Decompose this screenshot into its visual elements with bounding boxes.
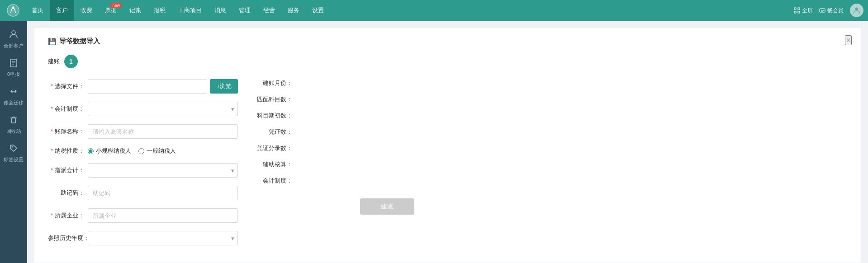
radio-small-taxpayer-input[interactable] [88, 148, 94, 154]
voucher-count-label: 凭证数： [251, 128, 292, 136]
nav-item-fees[interactable]: 收费 [74, 0, 99, 21]
svg-point-8 [12, 31, 15, 34]
nav-item-messages[interactable]: 消息 [208, 0, 232, 21]
accounting-system-label: 会计制度： [48, 105, 84, 113]
tax-type-radio-group: 小规模纳税人 一般纳税人 [88, 147, 238, 155]
browse-button[interactable]: +浏览 [210, 79, 238, 94]
enterprise-row: 所属企业： [48, 208, 238, 223]
step-label: 建账 [48, 57, 60, 66]
period-initial-label: 科目期初数： [251, 112, 292, 120]
svg-point-0 [7, 5, 19, 16]
account-name-input[interactable] [88, 124, 238, 139]
nav-item-bills[interactable]: 票据 new [99, 0, 123, 21]
sidebar-item-all-clients[interactable]: 全部客户 [0, 25, 27, 54]
radio-general-taxpayer-input[interactable] [138, 148, 144, 154]
svg-rect-5 [798, 11, 800, 13]
historical-year-select[interactable] [88, 231, 238, 245]
page-header: 💾 导爷数据导入 [48, 37, 847, 46]
match-subjects-label: 匹配科目数： [251, 95, 292, 103]
form-layout: 建账 1 选择文件： +浏览 会计制度： [48, 55, 847, 254]
file-field-row: 选择文件： +浏览 [48, 79, 238, 94]
page-title: 导爷数据导入 [59, 37, 100, 46]
accounting-system-select-wrap [88, 102, 238, 116]
nav-item-projects[interactable]: 工商项目 [172, 0, 208, 21]
accountant-select-wrap [88, 163, 238, 178]
enterprise-input[interactable] [88, 208, 238, 223]
right-accounting-system-row: 会计制度： [251, 177, 414, 185]
sidebar-item-recycle[interactable]: 回收站 [0, 111, 27, 139]
nav-item-home[interactable]: 首页 [25, 0, 50, 21]
svg-rect-4 [794, 11, 796, 13]
accountant-select[interactable] [88, 163, 238, 178]
file-input-wrap: +浏览 [88, 79, 238, 94]
form-right: 建账月份： 匹配科目数： 科目期初数： 凭证数： [251, 55, 414, 254]
main-content: 💾 导爷数据导入 × 建账 1 选择文件： [27, 21, 868, 263]
svg-point-7 [855, 8, 859, 11]
step-circle: 1 [64, 55, 78, 68]
new-badge: new [111, 3, 121, 8]
user-avatar[interactable] [850, 4, 863, 17]
close-button[interactable]: × [845, 35, 852, 45]
app-logo [5, 2, 22, 19]
enterprise-label: 所属企业： [48, 211, 84, 220]
zero-declaration-icon [9, 58, 18, 70]
sidebar-label-zero-declaration: 0申报 [7, 71, 20, 78]
mnemonic-input[interactable] [88, 186, 238, 200]
build-month-row: 建账月份： [251, 79, 414, 87]
historical-year-select-wrap [88, 231, 238, 245]
import-icon: 💾 [48, 38, 57, 46]
fullscreen-button[interactable]: 全屏 [794, 7, 813, 14]
page-container: 💾 导爷数据导入 × 建账 1 选择文件： [34, 28, 861, 263]
accountant-label: 指派会计： [48, 166, 84, 174]
build-month-label: 建账月份： [251, 79, 292, 87]
account-name-label: 账簿名称： [48, 127, 84, 136]
nav-item-tax[interactable]: 报税 [147, 0, 172, 21]
build-account-button[interactable]: 建账 [360, 198, 414, 215]
sidebar-label-tags: 标签设置 [4, 156, 24, 163]
sidebar-item-tags[interactable]: 标签设置 [0, 139, 27, 168]
sidebar-item-account-migration[interactable]: 账套迁移 [0, 82, 27, 111]
radio-small-taxpayer[interactable]: 小规模纳税人 [88, 147, 131, 155]
historical-year-row: 参照历史年度： [48, 231, 238, 245]
nav-item-bookkeeping[interactable]: 记账 [123, 0, 147, 21]
sidebar-label-account-migration: 账套迁移 [4, 99, 24, 106]
svg-rect-2 [794, 8, 796, 9]
tax-type-row: 纳税性质： 小规模纳税人 一般纳税人 [48, 147, 238, 155]
account-migration-icon [9, 87, 18, 98]
sidebar-item-zero-declaration[interactable]: 0申报 [0, 54, 27, 82]
accountant-row: 指派会计： [48, 163, 238, 178]
auxiliary-accounting-label: 辅助核算： [251, 160, 292, 169]
radio-general-taxpayer[interactable]: 一般纳税人 [138, 147, 176, 155]
historical-year-label: 参照历史年度： [48, 234, 84, 242]
period-initial-row: 科目期初数： [251, 112, 414, 120]
member-button[interactable]: 畅会员 [819, 7, 844, 14]
account-name-row: 账簿名称： [48, 124, 238, 139]
nav-item-manage[interactable]: 管理 [232, 0, 257, 21]
nav-item-settings[interactable]: 设置 [306, 0, 330, 21]
match-subjects-row: 匹配科目数： [251, 95, 414, 103]
mnemonic-row: 助记码： [48, 186, 238, 200]
accounting-system-select[interactable] [88, 102, 238, 116]
svg-rect-3 [798, 8, 800, 9]
nav-right: 全屏 畅会员 [794, 4, 863, 17]
svg-point-1 [12, 6, 14, 9]
auxiliary-accounting-row: 辅助核算： [251, 160, 414, 169]
top-navigation: 首页 客户 收费 票据 new 记账 报税 工商项目 消息 管理 经营 服务 设… [0, 0, 868, 21]
voucher-entries-label: 凭证分录数： [251, 144, 292, 152]
form-left: 建账 1 选择文件： +浏览 会计制度： [48, 55, 238, 254]
nav-item-clients[interactable]: 客户 [50, 0, 74, 21]
sidebar-label-all-clients: 全部客户 [4, 42, 24, 49]
file-text-input[interactable] [88, 79, 207, 94]
tax-type-label: 纳税性质： [48, 147, 84, 155]
sidebar-label-recycle: 回收站 [6, 128, 21, 135]
nav-items: 首页 客户 收费 票据 new 记账 报税 工商项目 消息 管理 经营 服务 设… [25, 0, 794, 21]
recycle-icon [9, 115, 18, 127]
voucher-entries-row: 凭证分录数： [251, 144, 414, 152]
accounting-system-row: 会计制度： [48, 102, 238, 116]
right-accounting-system-label: 会计制度： [251, 177, 292, 185]
sidebar: 全部客户 0申报 账套迁移 [0, 21, 27, 263]
nav-item-services[interactable]: 服务 [281, 0, 306, 21]
tags-icon [9, 144, 18, 155]
all-clients-icon [9, 30, 18, 41]
nav-item-operations[interactable]: 经营 [257, 0, 281, 21]
